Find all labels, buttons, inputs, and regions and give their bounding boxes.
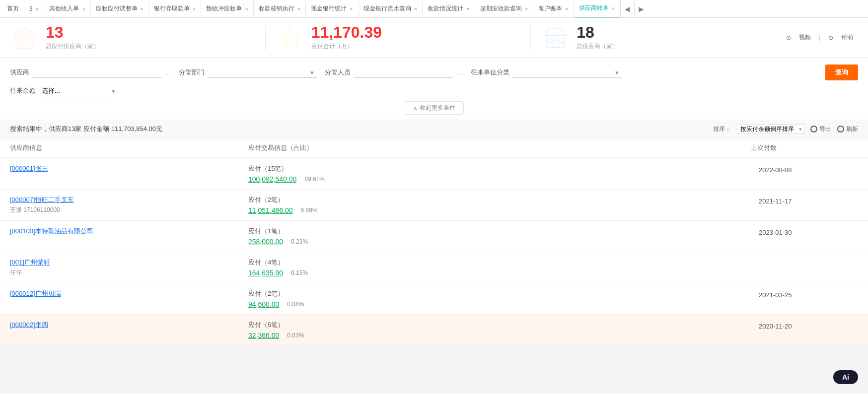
- table-row: [000012]广州贝瑞 应付（2笔） 94,600.00 0.08% 2021…: [0, 283, 868, 315]
- col-header-lastpay: 上次付数: [751, 143, 850, 152]
- cell-lastpay-5: 2020-11-20: [759, 321, 858, 330]
- table-header-row: 供应商信息 应付交易信息（占比） 上次付数: [0, 138, 868, 158]
- close-icon-cash-bank-stat[interactable]: ×: [350, 6, 353, 12]
- close-icon-customer-ledger[interactable]: ×: [565, 6, 568, 12]
- supplier-input[interactable]: [32, 67, 161, 78]
- payable-label-3: 应付（4笔）: [248, 258, 284, 267]
- svg-rect-8: [560, 39, 564, 43]
- filter-area: 供应商 ... 分管部门 分管人员 ... 往来单位分类 查询: [0, 58, 868, 120]
- dept-select[interactable]: [208, 67, 317, 78]
- supplier-filter-label: 供应商: [10, 68, 29, 77]
- nav-tab-cash-flow[interactable]: 现金银行流水查询 ×: [359, 0, 423, 18]
- supplier-link-5[interactable]: [000002]李四: [10, 321, 248, 329]
- payable-amount-row-0: 100,092,540.00 89.61%: [248, 175, 759, 183]
- nav-tab-label-prepaid-offset: 预收冲应收单: [206, 4, 242, 13]
- search-button[interactable]: 查询: [825, 65, 858, 80]
- collapse-button[interactable]: ∧ 收起更多条件: [405, 101, 464, 115]
- sort-select[interactable]: 按应付余额倒序排序 按应付余额升序排序 按供应商名称排序: [737, 124, 804, 134]
- filter-row-1: 供应商 ... 分管部门 分管人员 ... 往来单位分类 查询: [10, 65, 858, 80]
- close-icon-overdue-ar[interactable]: ×: [525, 6, 528, 12]
- payable-pct-0: 89.61%: [304, 176, 325, 183]
- nav-tab-label-other-income: 其他收入单: [49, 4, 79, 13]
- close-icon-tab3[interactable]: ×: [36, 6, 39, 12]
- export-button[interactable]: 导出: [810, 125, 831, 133]
- payable-amount-1[interactable]: 11,051,486.00: [248, 206, 293, 214]
- supplier-link-0[interactable]: [000001]张三: [10, 164, 248, 173]
- person-dots-icon[interactable]: ...: [456, 68, 462, 77]
- video-link[interactable]: 视频: [799, 33, 811, 42]
- person-input[interactable]: [354, 67, 453, 78]
- nav-tab-ar-ap-adjust[interactable]: 应收应付调整单 ×: [91, 0, 149, 18]
- payable-pct-4: 0.08%: [287, 301, 304, 308]
- cell-supplier-1: [000007]恒旺二手叉车 王通 17106110000: [10, 196, 248, 214]
- table-row-inner: [000100]本特勤油品有限公司 应付（1笔） 258,000.00 0.23…: [0, 221, 868, 252]
- filter-item-dept: 分管部门: [179, 67, 317, 78]
- close-icon-supplier-ledger[interactable]: ×: [612, 5, 615, 11]
- payable-pct-5: 0.03%: [287, 332, 304, 339]
- cell-lastpay-0: 2022-08-08: [759, 164, 858, 174]
- nav-tab-home[interactable]: 首页: [2, 0, 24, 18]
- payable-row-0: 应付（15笔）: [248, 164, 759, 173]
- close-icon-other-income[interactable]: ×: [82, 6, 85, 12]
- nav-tab-bank-deposit[interactable]: 银行存取款单 ×: [149, 0, 201, 18]
- supplier-link-4[interactable]: [000012]广州贝瑞: [10, 289, 248, 298]
- svg-rect-4: [547, 36, 565, 48]
- cell-lastpay-3: [759, 258, 858, 260]
- table-row-inner: [001]广州荣轩 仔仔 应付（4笔） 164,635.90 0.15%: [0, 252, 868, 283]
- nav-tab-label-3: 3: [29, 5, 33, 12]
- divider-1: [265, 25, 266, 50]
- nav-tab-collection-stat[interactable]: 收款情况统计 ×: [423, 0, 475, 18]
- supplier-link-3[interactable]: [001]广州荣轩: [10, 258, 248, 267]
- balance-filter-label: 往来余额: [10, 86, 36, 95]
- balance-select[interactable]: 选择...: [39, 85, 118, 96]
- close-icon-bank-deposit[interactable]: ×: [193, 6, 196, 12]
- nav-tab-collection-verify[interactable]: 收款核销执行 ×: [254, 0, 306, 18]
- payable-pct-1: 9.89%: [301, 207, 318, 214]
- svg-rect-5: [553, 41, 559, 48]
- nav-tab-label-customer-ledger: 客户账本: [538, 4, 562, 13]
- summary-label-payable-suppliers: 总应付供应商（家）: [46, 42, 99, 51]
- close-icon-cash-flow[interactable]: ×: [414, 6, 417, 12]
- nav-tab-customer-ledger[interactable]: 客户账本 ×: [533, 0, 574, 18]
- dept-filter-label: 分管部门: [179, 68, 205, 77]
- summary-number-total-suppliers: 18: [577, 24, 618, 40]
- nav-arrow-left[interactable]: ◀: [620, 0, 634, 18]
- nav-tab-3[interactable]: 3 ×: [24, 0, 44, 18]
- collapse-label: 收起更多条件: [420, 104, 455, 112]
- close-icon-ar-ap-adjust[interactable]: ×: [141, 6, 144, 12]
- supplier-link-2[interactable]: [000100]本特勤油品有限公司: [10, 227, 248, 236]
- help-icon[interactable]: ⊙: [828, 34, 833, 41]
- close-icon-collection-stat[interactable]: ×: [466, 6, 469, 12]
- payable-amount-row-4: 94,600.00 0.08%: [248, 300, 759, 308]
- table-row: [000001]张三 应付（15笔） 100,092,540.00 89.61%…: [0, 158, 868, 190]
- payable-amount-3[interactable]: 164,635.90: [248, 269, 283, 277]
- sort-label: 排序：: [713, 125, 731, 133]
- nav-tab-label-cash-bank-stat: 现金银行统计: [311, 4, 347, 13]
- help-link[interactable]: 帮助: [841, 33, 853, 42]
- payable-amount-0[interactable]: 100,092,540.00: [248, 175, 296, 183]
- cell-payable-3: 应付（4笔） 164,635.90 0.15%: [248, 258, 759, 277]
- nav-tab-cash-bank-stat[interactable]: 现金银行统计 ×: [306, 0, 358, 18]
- nav-tab-supplier-ledger[interactable]: 供应商账本 ×: [574, 0, 620, 18]
- nav-tab-other-income[interactable]: 其他收入单 ×: [44, 0, 90, 18]
- nav-tab-label-bank-deposit: 银行存取款单: [154, 4, 190, 13]
- table-row-inner: [000012]广州贝瑞 应付（2笔） 94,600.00 0.08% 2021…: [0, 283, 868, 314]
- result-info-text: 搜索结果中，供应商13家 应付金额 111,703,854.00元: [10, 125, 162, 133]
- video-icon[interactable]: ⊙: [786, 34, 791, 41]
- nav-tab-overdue-ar[interactable]: 超期应收款查询 ×: [475, 0, 533, 18]
- nav-arrow-right[interactable]: ▶: [634, 0, 648, 18]
- close-icon-collection-verify[interactable]: ×: [297, 6, 300, 12]
- supplier-link-1[interactable]: [000007]恒旺二手叉车: [10, 196, 248, 204]
- nav-tab-prepaid-offset[interactable]: 预收冲应收单 ×: [201, 0, 253, 18]
- payable-label-2: 应付（1笔）: [248, 227, 284, 236]
- payable-amount-4[interactable]: 94,600.00: [248, 300, 279, 308]
- col-header-supplier: 供应商信息: [10, 143, 248, 152]
- payable-amount-2[interactable]: 258,000.00: [248, 238, 283, 246]
- refresh-button[interactable]: 刷新: [837, 125, 858, 133]
- payable-amount-5[interactable]: 32,366.00: [248, 331, 279, 339]
- close-icon-prepaid-offset[interactable]: ×: [245, 6, 248, 12]
- supplier-dots-icon[interactable]: ...: [164, 68, 171, 77]
- unit-type-select[interactable]: [512, 67, 622, 78]
- cell-lastpay-4: 2021-03-25: [759, 289, 858, 299]
- table-row-inner: [000001]张三 应付（15笔） 100,092,540.00 89.61%…: [0, 158, 868, 189]
